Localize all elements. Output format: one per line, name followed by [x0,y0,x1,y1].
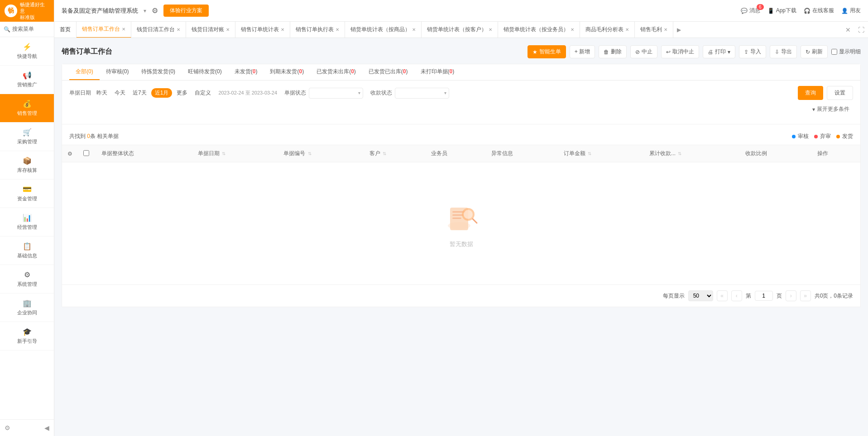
tab-shipment-stats-staff[interactable]: 销货单统计表（按业务员） ✕ [498,22,580,38]
col-customer[interactable]: 客户 ⇅ [364,145,426,162]
import-btn[interactable]: ⇪ 导入 [739,45,766,58]
tab-close-cash-reconcile[interactable]: ✕ [226,27,230,32]
date-opt-today[interactable]: 今天 [112,88,128,98]
filter-status-select[interactable] [309,88,363,99]
tab-close-sales-exec[interactable]: ✕ [336,27,339,32]
message-btn[interactable]: 💬 消息 6 [741,7,760,14]
col-amount[interactable]: 订单金额 ⇅ [558,145,644,162]
select-all-checkbox[interactable] [83,150,89,156]
app-download-btn[interactable]: 📱 App下载 [767,7,796,14]
page-size-select[interactable]: 50 10 20 100 [688,290,713,301]
subtab-shipped-out[interactable]: 已发货已出库(0) [362,64,414,80]
tab-close-sales-profit[interactable]: ✕ [664,27,667,32]
show-detail-checkbox-wrap[interactable]: 显示明细 [831,48,861,56]
tab-action-close-others[interactable]: ✕ [842,22,854,38]
unaudit-action[interactable]: 弃审 [814,133,831,140]
ship-action[interactable]: 发货 [836,133,853,140]
audit-action[interactable]: 审核 [792,133,809,140]
query-btn[interactable]: 查询 [798,86,823,100]
page-title: 销售订单工作台 [62,47,112,57]
subtab-pending-review[interactable]: 待审核(0) [100,64,135,80]
filter-actions: 查询 设置 [798,86,853,100]
tab-cash-reconcile[interactable]: 钱货日清对账 ✕ [186,22,235,38]
date-opt-more[interactable]: 更多 [174,88,190,98]
date-opt-custom[interactable]: 自定义 [192,88,214,98]
tab-sales-order-workbench[interactable]: 销售订单工作台 ✕ [77,22,131,38]
first-page-btn[interactable]: « [717,290,728,301]
setting-btn[interactable]: 设置 [827,86,853,100]
empty-icon [443,199,480,235]
topbar-dropdown-icon[interactable]: ▾ [144,8,146,14]
smart-create-btn[interactable]: ★ 智能生单 [528,45,566,58]
col-received[interactable]: 累计收款... ⇅ [644,145,740,162]
tab-sales-exec[interactable]: 销售订单执行表 ✕ [290,22,345,38]
date-opt-1month[interactable]: 近1月 [151,88,173,98]
filter-payment-select[interactable] [395,88,449,99]
sidebar-search[interactable]: 🔍 搜索菜单 [0,22,54,37]
delete-btn[interactable]: 🗑 删除 [599,45,627,58]
tab-cash-daily[interactable]: 钱货日清工作台 ✕ [131,22,186,38]
subtab-not-shipped[interactable]: 未发货(0) [228,64,264,80]
tab-shipment-stats-customer[interactable]: 销货单统计表（按客户） ✕ [422,22,498,38]
next-page-btn[interactable]: › [786,290,796,301]
tab-close-sales-order[interactable]: ✕ [122,27,125,32]
page-input[interactable] [755,291,773,301]
sidebar-item-inventory[interactable]: 📦 库存核算 [0,151,54,180]
sidebar-item-purchase[interactable]: 🛒 采购管理 [0,123,54,151]
date-opt-yesterday[interactable]: 昨天 [94,88,110,98]
tab-sales-profit[interactable]: 销售毛利 ✕ [635,22,673,38]
subtab-pending-receive[interactable]: 待拣货发货(0) [135,64,182,80]
logo-text: 畅捷通好生意 标准版 [20,1,49,21]
sidebar-item-operations[interactable]: 📊 经营管理 [0,208,54,237]
suspend-btn[interactable]: ⊘ 中止 [630,45,657,58]
show-detail-checkbox[interactable] [831,49,837,55]
print-btn[interactable]: 🖨 打印 ▾ [703,45,735,58]
tab-home[interactable]: 首页 [54,22,77,38]
sidebar-item-system[interactable]: ⚙ 系统管理 [0,265,54,294]
col-doc-date[interactable]: 单据日期 ⇅ [192,145,278,162]
online-service-btn[interactable]: 🎧 在线客服 [804,7,834,14]
tabs-more-btn[interactable]: ▶ [673,27,685,33]
tab-close-shipment-product[interactable]: ✕ [412,27,416,32]
subtab-all[interactable]: 全部(0) [69,64,100,80]
filter-row-1: 单据日期 昨天 今天 近7天 近1月 更多 自定义 2023-02-24 至 2… [69,86,853,100]
tab-action-maximize[interactable]: ⛶ [854,22,868,38]
solution-btn[interactable]: 体验行业方案 [163,5,209,17]
tab-close-shipment-staff[interactable]: ✕ [571,27,574,32]
tab-sales-stats[interactable]: 销售订单统计表 ✕ [235,22,290,38]
subtab-wangpu-pending[interactable]: 旺铺待发货(0) [182,64,228,80]
sidebar-item-sales[interactable]: 💰 销售管理 [0,94,54,123]
col-doc-no[interactable]: 单据编号 ⇅ [278,145,364,162]
message-badge: 6 [757,4,764,10]
sidebar-settings-btn[interactable]: ⚙ [5,424,10,431]
subtab-not-printed[interactable]: 未打印单据(0) [414,64,461,80]
topbar-settings-icon[interactable]: ⚙ [152,6,158,15]
refresh-btn[interactable]: ↻ 刷新 [801,45,828,58]
tab-margin-analysis[interactable]: 商品毛利分析表 ✕ [580,22,635,38]
cancel-suspend-btn[interactable]: ↩ 取消中止 [661,45,699,58]
column-settings-icon[interactable]: ⚙ [67,151,72,157]
logo-icon: 畅 [5,5,17,17]
tab-close-shipment-customer[interactable]: ✕ [489,27,492,32]
subtab-expired-not-shipped[interactable]: 到期未发货(0) [264,64,310,80]
sidebar-item-marketing[interactable]: 📢 营销推广 [0,66,54,94]
last-page-btn[interactable]: » [800,290,811,301]
sidebar-item-enterprise[interactable]: 🏢 企业协同 [0,294,54,322]
sidebar-item-quick-nav[interactable]: ⚡ 快捷导航 [0,37,54,66]
date-opt-7days[interactable]: 近7天 [130,88,149,98]
sidebar-item-basic-info[interactable]: 📋 基础信息 [0,237,54,265]
export-btn[interactable]: ⇩ 导出 [770,45,797,58]
tab-close-margin[interactable]: ✕ [625,27,629,32]
sidebar-collapse-btn[interactable]: ◀ [44,424,49,431]
tab-close-sales-stats[interactable]: ✕ [281,27,284,32]
prev-page-btn[interactable]: ‹ [731,290,742,301]
add-btn[interactable]: + 新增 [570,45,595,58]
tab-close-cash-daily[interactable]: ✕ [177,27,180,32]
user-menu-btn[interactable]: 👤 用友 [841,7,861,14]
filter-expand-btn[interactable]: ▾ 展开更多条件 [809,104,853,115]
sidebar-item-guide[interactable]: 🎓 新手引导 [0,322,54,351]
subtab-shipped-not-out[interactable]: 已发货未出库(0) [310,64,362,80]
tab-shipment-stats-product[interactable]: 销货单统计表（按商品） ✕ [345,22,422,38]
print-dropdown-icon: ▾ [728,49,730,55]
sidebar-item-finance[interactable]: 💳 资金管理 [0,180,54,208]
